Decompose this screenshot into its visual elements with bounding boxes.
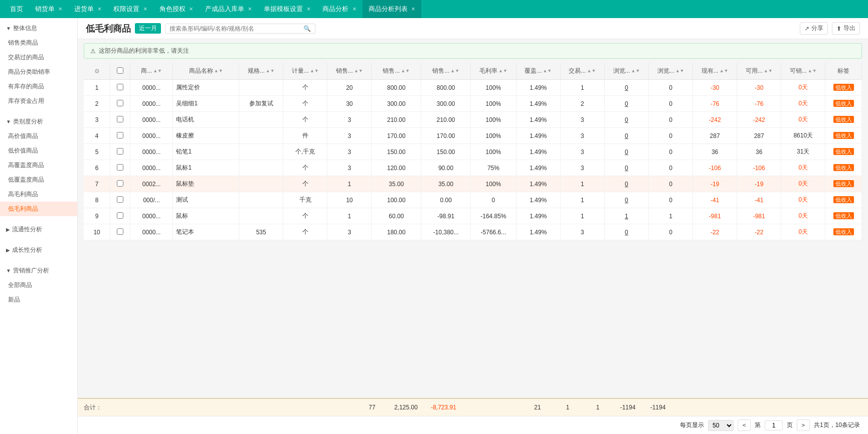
sidebar-item-traded-goods[interactable]: 交易过的商品 — [0, 50, 77, 65]
sidebar-item-high-margin[interactable]: 高毛利商品 — [0, 187, 77, 202]
sidebar-item-low-margin[interactable]: 低毛利商品 — [0, 202, 77, 216]
row-name: 鼠标垫 — [173, 176, 239, 192]
col-gross-rate[interactable]: 毛利率 ▲▼ — [471, 63, 516, 80]
nav-home[interactable]: 首页 — [4, 0, 29, 18]
row-checkbox[interactable] — [117, 84, 123, 90]
row-checkbox[interactable] — [117, 212, 123, 219]
select-all-checkbox[interactable] — [117, 67, 123, 74]
export-button[interactable]: ⬆ 导出 — [832, 22, 860, 35]
row-spec: 535 — [239, 224, 283, 240]
row-current-stock: -242 — [693, 112, 737, 128]
row-tag: 低收入 — [825, 176, 862, 192]
row-sales-amount: -98.91 — [421, 208, 471, 224]
close-icon[interactable]: × — [141, 5, 147, 13]
row-spec — [239, 144, 283, 160]
row-spec: 参加复试 — [239, 96, 283, 112]
nav-product-analysis-list[interactable]: 商品分析列表 × — [363, 0, 421, 18]
close-icon[interactable]: × — [57, 5, 62, 13]
sidebar-item-sales-category[interactable]: 销售类商品 — [0, 36, 77, 50]
notice-bar: ⚠ 这部分商品的利润非常低，请关注 — [84, 43, 862, 59]
col-settings[interactable]: ⚙ — [84, 63, 110, 80]
row-checkbox[interactable] — [117, 164, 123, 171]
row-cover-rate: 1.49% — [516, 128, 560, 144]
row-number: 3 — [84, 112, 110, 128]
row-name: 鼠标1 — [173, 160, 239, 176]
page-number-input[interactable] — [765, 420, 783, 430]
col-sales-qty[interactable]: 销售... ▲▼ — [327, 63, 372, 80]
sidebar-item-low-value[interactable]: 低价值商品 — [0, 143, 77, 158]
sidebar-group-circulation[interactable]: ▶ 流通性分析 — [0, 222, 77, 237]
col-unit[interactable]: 计量... ▲▼ — [283, 63, 327, 80]
sidebar-group-growth[interactable]: ▶ 成长性分析 — [0, 243, 77, 257]
row-trade: 1 — [560, 192, 604, 208]
sidebar-item-new-goods[interactable]: 新品 — [0, 293, 77, 307]
sidebar-item-category-sales-rate[interactable]: 商品分类助销率 — [0, 65, 77, 79]
row-cover-rate: 1.49% — [516, 160, 560, 176]
page-size-select[interactable]: 50 20 100 — [708, 420, 734, 431]
row-checkbox[interactable] — [117, 228, 123, 235]
content-header: 低毛利商品 近一月 🔍 ↗ 分享 ⬆ 导出 — [78, 18, 868, 39]
sidebar-item-in-stock[interactable]: 有库存的商品 — [0, 79, 77, 94]
row-checkbox[interactable] — [117, 180, 123, 187]
col-sales-amount[interactable]: 销售... ▲▼ — [421, 63, 471, 80]
row-name: 电话机 — [173, 112, 239, 128]
share-button[interactable]: ↗ 分享 — [800, 22, 828, 35]
close-icon[interactable]: × — [305, 5, 310, 13]
prev-page-button[interactable]: ＜ — [738, 419, 751, 431]
row-trade: 3 — [560, 160, 604, 176]
nav-sales-order[interactable]: 销货单 × — [29, 0, 68, 18]
search-icon[interactable]: 🔍 — [303, 25, 311, 32]
time-range-button[interactable]: 近一月 — [135, 23, 161, 34]
nav-permission-setting[interactable]: 权限设置 × — [107, 0, 153, 18]
next-page-button[interactable]: ＞ — [797, 419, 810, 431]
col-browse1[interactable]: 浏览... ▲▼ — [604, 63, 648, 80]
col-saleable[interactable]: 可销... ▲▼ — [781, 63, 825, 80]
col-current-stock[interactable]: 现有... ▲▼ — [693, 63, 737, 80]
row-code: 0000... — [130, 208, 173, 224]
row-browse1: 0 — [604, 112, 648, 128]
col-spec[interactable]: 规格... ▲▼ — [239, 63, 283, 80]
row-cover-rate: 1.49% — [516, 96, 560, 112]
nav-product-entry[interactable]: 产成品入库单 × — [199, 0, 258, 18]
close-icon[interactable]: × — [351, 5, 356, 13]
nav-product-analysis[interactable]: 商品分析 × — [316, 0, 362, 18]
row-browse1: 0 — [604, 144, 648, 160]
col-cover-rate[interactable]: 覆盖... ▲▼ — [516, 63, 560, 80]
close-icon[interactable]: × — [410, 5, 415, 13]
col-code[interactable]: 商... ▲▼ — [130, 63, 173, 80]
row-sales-qty: 3 — [327, 144, 372, 160]
close-icon[interactable]: × — [246, 5, 252, 13]
table-row: 50000...铅笔1个,千克3150.00150.00100%1.49%300… — [84, 144, 862, 160]
search-input[interactable] — [169, 25, 301, 32]
row-spec — [239, 192, 283, 208]
sidebar-item-high-coverage[interactable]: 高覆盖度商品 — [0, 158, 77, 173]
col-avail-stock[interactable]: 可用... ▲▼ — [737, 63, 781, 80]
row-checkbox[interactable] — [117, 132, 123, 138]
nav-purchase-order[interactable]: 进货单 × — [68, 0, 107, 18]
col-name[interactable]: 商品名称 ▲▼ — [173, 63, 239, 80]
nav-role-auth[interactable]: 角色授权 × — [153, 0, 199, 18]
row-avail-stock: -76 — [737, 96, 781, 112]
row-avail-stock: -22 — [737, 224, 781, 240]
close-icon[interactable]: × — [96, 5, 101, 13]
sidebar-group-category[interactable]: ▼ 类别度分析 — [0, 114, 77, 129]
col-trade[interactable]: 交易... ▲▼ — [560, 63, 604, 80]
sidebar-item-stock-capital[interactable]: 库存资金占用 — [0, 94, 77, 108]
nav-template-setting[interactable]: 单据模板设置 × — [258, 0, 316, 18]
sidebar-item-high-value[interactable]: 高价值商品 — [0, 129, 77, 143]
sidebar-item-all-goods[interactable]: 全部商品 — [0, 278, 77, 293]
row-checkbox[interactable] — [117, 148, 123, 155]
col-sales-price[interactable]: 销售... ▲▼ — [372, 63, 421, 80]
row-trade: 3 — [560, 224, 604, 240]
row-checkbox[interactable] — [117, 100, 123, 106]
close-icon[interactable]: × — [188, 5, 193, 13]
sidebar-group-marketing[interactable]: ▼ 营销推广分析 — [0, 263, 77, 278]
sidebar-group-overall[interactable]: ▼ 整体信息 — [0, 21, 77, 36]
row-checkbox-cell — [110, 80, 130, 96]
col-browse2[interactable]: 浏览... ▲▼ — [649, 63, 693, 80]
row-checkbox[interactable] — [117, 196, 123, 203]
sidebar-item-low-coverage[interactable]: 低覆盖度商品 — [0, 173, 77, 187]
row-browse1: 0 — [604, 176, 648, 192]
row-checkbox[interactable] — [117, 116, 123, 122]
row-name: 属性定价 — [173, 80, 239, 96]
